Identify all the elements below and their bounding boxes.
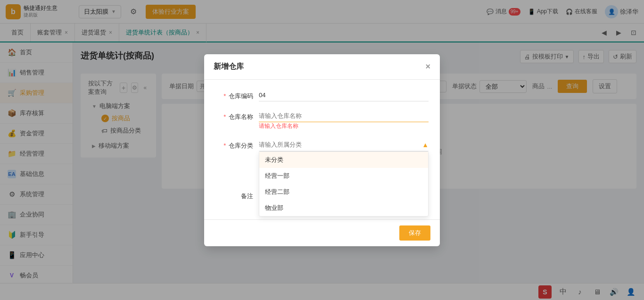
- category-dropdown-list: 未分类 经营一部 经营二部 物业部: [259, 151, 429, 217]
- modal-add-warehouse: 新增仓库 × * 仓库编码 * 仓库名称: [204, 54, 440, 246]
- modal-header: 新增仓库 ×: [204, 54, 440, 80]
- modal-title: 新增仓库: [214, 62, 244, 72]
- warehouse-code-input[interactable]: [259, 89, 429, 101]
- form-label-name: * 仓库名称: [215, 110, 253, 121]
- modal-footer: 保存: [204, 219, 440, 246]
- modal-close-button[interactable]: ×: [425, 62, 430, 72]
- category-text-input[interactable]: [259, 141, 422, 148]
- name-error-msg: 请输入仓库名称: [259, 123, 298, 129]
- dropdown-item-uncategorized[interactable]: 未分类: [259, 152, 428, 168]
- category-select-input[interactable]: ▲: [259, 139, 429, 151]
- modal-overlay[interactable]: 新增仓库 × * 仓库编码 * 仓库名称: [0, 0, 644, 300]
- modal-save-button[interactable]: 保存: [399, 225, 430, 241]
- form-label-note: 备注: [215, 189, 253, 200]
- select-arrow-up-icon[interactable]: ▲: [422, 141, 429, 149]
- dropdown-item-property[interactable]: 物业部: [259, 200, 428, 216]
- form-label-category: * 仓库分类: [215, 139, 253, 150]
- modal-body: * 仓库编码 * 仓库名称 请输入仓库名称: [204, 80, 440, 219]
- form-row-name: * 仓库名称 请输入仓库名称: [215, 110, 429, 130]
- dropdown-item-dept2[interactable]: 经营二部: [259, 184, 428, 200]
- form-row-code: * 仓库编码: [215, 89, 429, 101]
- form-label-code: * 仓库编码: [215, 89, 253, 100]
- form-row-category: * 仓库分类 ▲ 未分类 经营一部 经营二部 物业部: [215, 139, 429, 151]
- dropdown-item-dept1[interactable]: 经营一部: [259, 168, 428, 184]
- warehouse-name-input[interactable]: [259, 110, 429, 122]
